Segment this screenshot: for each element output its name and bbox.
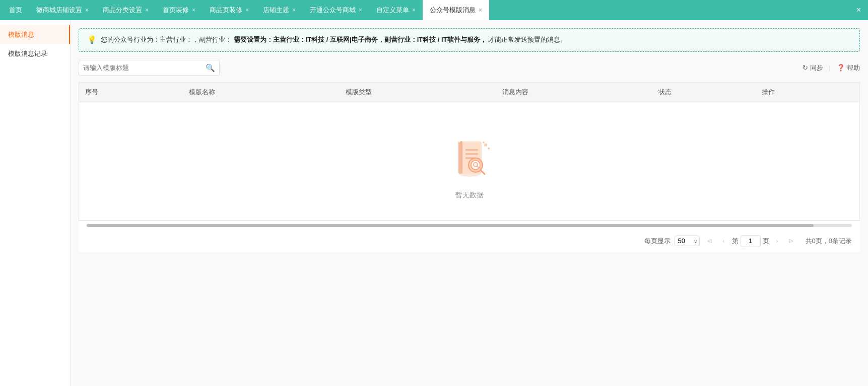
first-page-button[interactable]: ⊲ — [704, 235, 716, 247]
page-total: 共0页，0条记录 — [806, 237, 852, 246]
col-content: 消息内容 — [496, 82, 653, 102]
tab-close-micro-shop[interactable]: × — [85, 7, 89, 14]
tab-micro-shop[interactable]: 微商城店铺设置 × — [29, 0, 96, 20]
tab-homepage-decoration[interactable]: 首页装修 × — [156, 0, 203, 20]
sync-button[interactable]: ↻ 同步 — [803, 63, 823, 72]
empty-state-row: 暂无数据 — [79, 102, 860, 220]
tab-close-product-category[interactable]: × — [145, 7, 149, 14]
content-area: 💡 您的公众号行业为：主营行业：，副营行业： 需要设置为：主营行业：IT科技 /… — [71, 20, 868, 386]
tab-product-page-decoration[interactable]: 商品页装修 × — [203, 0, 256, 20]
help-label: 帮助 — [847, 63, 860, 72]
sidebar-label-template-message: 模版消息 — [8, 31, 34, 38]
empty-illustration — [444, 132, 495, 183]
col-type: 模版类型 — [340, 82, 496, 102]
open-public-shop-label: 开通公众号商城 — [310, 6, 356, 15]
tab-close-store-theme[interactable]: × — [292, 7, 296, 14]
page-number-input[interactable] — [741, 235, 761, 247]
empty-state: 暂无数据 — [79, 102, 859, 220]
notice-icon: 💡 — [87, 35, 97, 44]
tab-custom-menu[interactable]: 自定义菜单 × — [369, 0, 423, 20]
page-di-label: 第 — [732, 237, 739, 246]
divider: | — [829, 64, 831, 71]
global-close-button[interactable]: × — [851, 6, 866, 15]
search-input[interactable] — [83, 64, 206, 71]
page-size-select-wrap[interactable]: 10 20 50 100 — [675, 236, 700, 246]
product-category-label: 商品分类设置 — [103, 6, 142, 15]
prev-page-button[interactable]: ‹ — [718, 235, 730, 247]
svg-point-10 — [488, 147, 490, 149]
notice-highlight: 需要设置为：主营行业：IT科技 / 互联网|电子商务，副营行业：IT科技 / I… — [234, 36, 487, 43]
search-icon[interactable]: 🔍 — [206, 63, 215, 72]
help-button[interactable]: ❓ 帮助 — [837, 63, 860, 72]
empty-text: 暂无数据 — [455, 191, 484, 200]
page-size-select[interactable]: 10 20 50 100 — [675, 236, 700, 246]
tab-bar: 首页 微商城店铺设置 × 商品分类设置 × 首页装修 × 商品页装修 × 店铺主… — [0, 0, 868, 20]
page-label: 页 — [763, 237, 769, 246]
tab-home[interactable]: 首页 — [2, 0, 29, 20]
sidebar-item-template-message-log[interactable]: 模版消息记录 — [0, 44, 70, 63]
tab-close-product-page-decoration[interactable]: × — [245, 7, 249, 14]
sidebar-item-template-message[interactable]: 模版消息 — [0, 25, 70, 44]
homepage-decoration-label: 首页装修 — [163, 6, 189, 15]
main-layout: 模版消息 模版消息记录 💡 您的公众号行业为：主营行业：，副营行业： 需要设置为… — [0, 20, 868, 386]
scrollbar-thumb[interactable] — [87, 224, 814, 227]
notice-text: 您的公众号行业为：主营行业：，副营行业： 需要设置为：主营行业：IT科技 / 互… — [101, 35, 567, 45]
pagination: 每页显示 10 20 50 100 ⊲ ‹ 第 页 › ⊳ 共0页，0条记录 — [79, 230, 860, 252]
next-page-button[interactable]: › — [771, 235, 783, 247]
product-page-decoration-label: 商品页装修 — [210, 6, 242, 15]
tab-store-theme[interactable]: 店铺主题 × — [256, 0, 303, 20]
svg-point-11 — [483, 141, 485, 143]
sync-icon: ↻ — [803, 64, 808, 71]
col-action: 操作 — [756, 82, 860, 102]
page-size-label: 每页显示 — [644, 237, 671, 246]
col-index: 序号 — [79, 82, 183, 102]
tab-close-open-public-shop[interactable]: × — [359, 7, 362, 14]
col-status: 状态 — [652, 82, 755, 102]
search-actions: ↻ 同步 | ❓ 帮助 — [803, 63, 860, 72]
home-tab-label: 首页 — [9, 6, 22, 15]
tab-template-message[interactable]: 公众号模版消息 × — [423, 0, 489, 20]
sidebar: 模版消息 模版消息记录 — [0, 20, 71, 386]
sync-label: 同步 — [810, 63, 823, 72]
custom-menu-label: 自定义菜单 — [376, 6, 409, 15]
sidebar-label-template-message-log: 模版消息记录 — [8, 50, 47, 57]
micro-shop-label: 微商城店铺设置 — [36, 6, 82, 15]
search-input-wrap[interactable]: 🔍 — [79, 60, 220, 76]
svg-point-5 — [471, 161, 480, 170]
template-message-label: 公众号模版消息 — [430, 6, 476, 15]
tab-product-category[interactable]: 商品分类设置 × — [96, 0, 156, 20]
data-table: 序号 模版名称 模版类型 消息内容 状态 操作 — [79, 82, 860, 220]
notice-prefix: 您的公众号行业为：主营行业：，副营行业： — [101, 36, 232, 43]
tab-open-public-shop[interactable]: 开通公众号商城 × — [303, 0, 369, 20]
last-page-button[interactable]: ⊳ — [785, 235, 797, 247]
svg-point-9 — [484, 143, 487, 146]
store-theme-label: 店铺主题 — [263, 6, 289, 15]
tab-close-template-message[interactable]: × — [479, 7, 482, 14]
tab-close-custom-menu[interactable]: × — [412, 7, 416, 14]
table-header-row: 序号 模版名称 模版类型 消息内容 状态 操作 — [79, 82, 860, 102]
tab-close-homepage-decoration[interactable]: × — [192, 7, 195, 14]
help-icon: ❓ — [837, 64, 845, 71]
page-nav: ⊲ ‹ 第 页 › ⊳ — [704, 235, 797, 247]
col-name: 模版名称 — [183, 82, 340, 102]
scrollbar-track[interactable] — [87, 224, 852, 227]
search-bar: 🔍 ↻ 同步 | ❓ 帮助 — [79, 60, 860, 76]
notice-suffix: 才能正常发送预置的消息。 — [488, 36, 567, 43]
scrollbar-row — [79, 220, 860, 230]
notice-box: 💡 您的公众号行业为：主营行业：，副营行业： 需要设置为：主营行业：IT科技 /… — [79, 28, 860, 52]
